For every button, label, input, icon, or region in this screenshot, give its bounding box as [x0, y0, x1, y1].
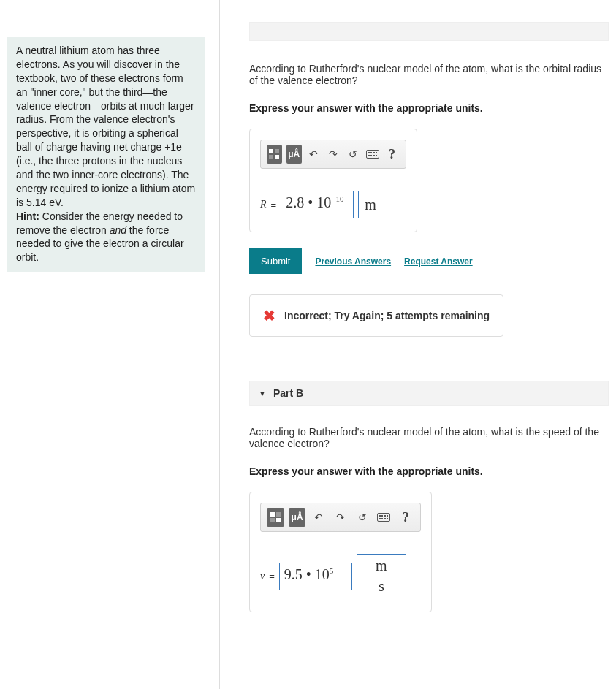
part-b-header[interactable]: ▼ Part B [249, 381, 609, 406]
part-b-question: According to Rutherford's nuclear model … [249, 426, 609, 449]
svg-rect-7 [276, 518, 281, 522]
part-a-unit-input[interactable]: m [358, 191, 406, 218]
request-answer-link[interactable]: Request Answer [404, 256, 473, 267]
part-b-answer-panel: μÅ ↶ ↷ ↺ ? v = 9.5 • 105 m s [249, 492, 432, 612]
feedback-text: Incorrect; Try Again; 5 attempts remaini… [284, 310, 490, 321]
part-a-toolbar: μÅ ↶ ↷ ↺ ? [260, 140, 406, 169]
hint-label: Hint: [16, 210, 39, 222]
svg-rect-5 [276, 512, 281, 517]
feedback-box: ✖ Incorrect; Try Again; 5 attempts remai… [249, 294, 503, 337]
equals-sign: = [271, 199, 277, 210]
main-content: According to Rutherford's nuclear model … [227, 0, 616, 689]
part-a-bar [249, 22, 609, 41]
templates-icon[interactable] [267, 508, 284, 527]
keyboard-icon[interactable] [376, 508, 393, 527]
units-button[interactable]: μÅ [286, 145, 302, 164]
keyboard-icon[interactable] [365, 145, 380, 164]
svg-rect-2 [269, 155, 273, 159]
caret-down-icon: ▼ [259, 389, 266, 397]
part-b-instruction: Express your answer with the appropriate… [249, 465, 609, 477]
part-b-variable: v [260, 571, 265, 582]
part-b-unit-input[interactable]: m s [357, 554, 406, 598]
part-a-question: According to Rutherford's nuclear model … [249, 63, 609, 86]
part-a-instruction: Express your answer with the appropriate… [249, 102, 609, 114]
reset-icon[interactable]: ↺ [354, 508, 371, 527]
hint-tail: Consider the energy needed to remove the… [16, 210, 184, 264]
equals-sign: = [269, 571, 275, 582]
incorrect-icon: ✖ [263, 307, 275, 324]
part-a-value-input[interactable]: 2.8 • 10−10 [281, 191, 354, 218]
vertical-divider [219, 0, 220, 689]
help-icon[interactable]: ? [384, 145, 400, 164]
problem-hint: A neutral lithium atom has three electro… [7, 37, 205, 272]
hint-body: A neutral lithium atom has three electro… [16, 45, 195, 208]
undo-icon[interactable]: ↶ [310, 508, 327, 527]
previous-answers-link[interactable]: Previous Answers [315, 256, 391, 267]
svg-rect-1 [275, 149, 279, 153]
units-button[interactable]: μÅ [289, 508, 306, 527]
help-icon[interactable]: ? [397, 508, 414, 527]
part-a-answer-panel: μÅ ↶ ↷ ↺ ? R = 2.8 • 10−10 m [249, 129, 417, 232]
redo-icon[interactable]: ↷ [326, 145, 341, 164]
svg-rect-0 [269, 149, 273, 153]
submit-button[interactable]: Submit [249, 248, 302, 274]
unit-denominator: s [379, 576, 384, 595]
reset-icon[interactable]: ↺ [345, 145, 360, 164]
part-b-toolbar: μÅ ↶ ↷ ↺ ? [260, 503, 421, 532]
unit-numerator: m [371, 557, 392, 576]
part-a-variable: R [260, 199, 267, 210]
part-a-actions: Submit Previous Answers Request Answer [249, 248, 609, 274]
templates-icon[interactable] [267, 145, 282, 164]
sidebar: A neutral lithium atom has three electro… [0, 0, 212, 689]
redo-icon[interactable]: ↷ [332, 508, 349, 527]
part-b-value-input[interactable]: 9.5 • 105 [279, 563, 352, 590]
part-b-label: Part B [273, 387, 303, 399]
svg-rect-6 [270, 518, 275, 522]
part-b-input-row: v = 9.5 • 105 m s [260, 554, 421, 598]
undo-icon[interactable]: ↶ [306, 145, 322, 164]
part-a-input-row: R = 2.8 • 10−10 m [260, 191, 406, 218]
svg-rect-4 [270, 512, 275, 517]
svg-rect-3 [275, 155, 279, 159]
